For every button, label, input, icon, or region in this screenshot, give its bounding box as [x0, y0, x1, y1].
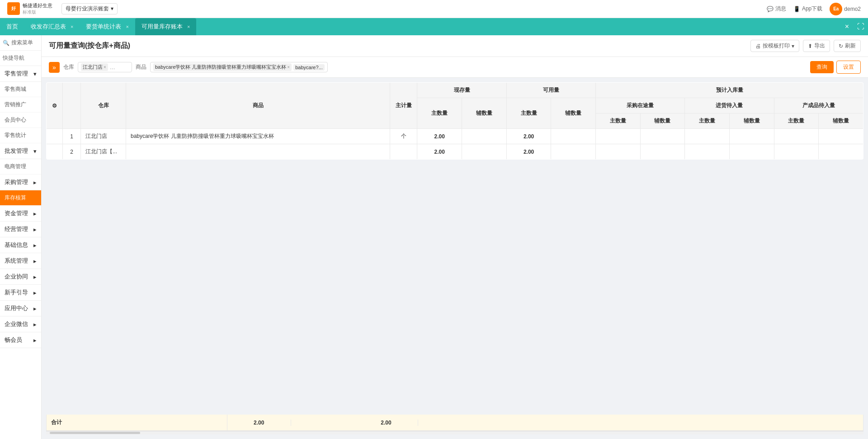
print-button[interactable]: 🖨 按模板打印 ▾: [750, 40, 799, 52]
cell-incoming-main: [685, 129, 730, 144]
download-action[interactable]: 📱 App下载: [793, 5, 822, 13]
top-bar: 好 畅捷通好生意 标准版 母婴行业演示账套 ▾ 💬 消息 📱 App下载 Ea …: [0, 0, 868, 18]
tab-stock-close[interactable]: ×: [187, 24, 190, 29]
sidebar-group-apps-header[interactable]: 应用中心 ▸: [0, 301, 41, 316]
th-available-group: 可用量: [506, 83, 595, 98]
product-filter-tags[interactable]: babycare学饮杯 儿童防摔防撞吸管杯重力球吸嘴杯宝宝水杯 × babyca…: [150, 62, 328, 72]
sidebar-group-guide-header[interactable]: 新手引导 ▸: [0, 285, 41, 301]
tab-receive-label: 收发存汇总表: [31, 23, 66, 31]
th-production-group: 产成品待入量: [774, 98, 863, 113]
sidebar-group-collab-header[interactable]: 企业协同 ▸: [0, 269, 41, 285]
cell-avail-aux: [551, 144, 596, 160]
refresh-icon: ↻: [839, 43, 843, 49]
refresh-button[interactable]: ↻ 刷新: [834, 40, 861, 52]
footer-stock-main: 2.00: [227, 420, 291, 426]
page-title: 可用量查询(按仓库+商品): [49, 41, 130, 51]
sidebar-group-member-header[interactable]: 畅会员 ▸: [0, 332, 41, 348]
cell-purchase-aux: [640, 129, 685, 144]
main-layout: 🔍 搜索菜单 快捷导航 零售管理 ▾ 零售商城 营销推广 会员中心 零售统计: [0, 35, 868, 439]
filter-expand-button[interactable]: »: [49, 62, 60, 73]
warehouse-filter-tags[interactable]: 江北门店 × …: [78, 62, 132, 72]
cell-incoming-aux: [729, 144, 774, 160]
sidebar-item-retail-stats[interactable]: 零售统计: [0, 128, 41, 143]
settings-button[interactable]: 设置: [836, 61, 861, 74]
filter-actions: 查询 设置: [810, 61, 861, 74]
cell-stock-main: 2.00: [417, 129, 462, 144]
cell-incoming-aux: [729, 129, 774, 144]
query-button[interactable]: 查询: [810, 61, 834, 73]
sidebar-group-wechat-header[interactable]: 企业微信 ▸: [0, 316, 41, 332]
th-stock-main: 主数量: [417, 98, 462, 129]
warehouse-tag-1: 江北门店 ×: [81, 63, 108, 71]
download-icon: 📱: [793, 6, 800, 12]
sidebar-item-mall[interactable]: 零售商城: [0, 82, 41, 97]
product-tag-1-remove[interactable]: ×: [287, 65, 290, 70]
cell-settings[interactable]: [47, 129, 63, 144]
table-row: 1 江北门店 babycare学饮杯 儿童防摔防撞吸管杯重力球吸嘴杯宝宝水杯 个…: [47, 129, 863, 144]
message-action[interactable]: 💬 消息: [767, 5, 786, 13]
sidebar-item-marketing[interactable]: 营销推广: [0, 97, 41, 113]
sidebar-group-wholesale-header[interactable]: 批发管理 ▾: [0, 143, 41, 159]
cell-settings[interactable]: [47, 144, 63, 160]
warehouse-tag-1-remove[interactable]: ×: [104, 65, 106, 70]
sidebar-group-purchase-header[interactable]: 采购管理 ▸: [0, 175, 41, 190]
print-label: 按模板打印: [763, 42, 790, 50]
sidebar-group-retail-header[interactable]: 零售管理 ▾: [0, 66, 41, 82]
cell-purchase-main: [596, 144, 641, 160]
th-settings[interactable]: ⚙: [47, 83, 63, 129]
nav-tabs: 首页 收发存汇总表 × 要货单统计表 × 可用量库存账本 × × ⛶: [0, 18, 868, 35]
th-production-aux: 辅数量: [819, 113, 863, 129]
product-tag-1-label: babycare学饮杯 儿童防摔防撞吸管杯重力球吸嘴杯宝宝水杯: [155, 64, 286, 71]
tab-order-close[interactable]: ×: [126, 24, 128, 29]
cell-stock-main: 2.00: [417, 144, 462, 160]
cell-production-main: [774, 144, 819, 160]
th-unit: 主计量: [390, 83, 417, 129]
sidebar-item-ecommerce[interactable]: 电商管理: [0, 159, 41, 175]
logo-icon: 好: [7, 2, 20, 15]
scrollbar-thumb[interactable]: [50, 432, 140, 434]
user-area[interactable]: Ea demo2: [830, 3, 861, 15]
th-no: [63, 83, 81, 129]
username-label: demo2: [844, 6, 861, 12]
industry-label: 母婴行业演示账套: [66, 5, 109, 13]
th-warehouse: 仓库: [81, 83, 126, 129]
export-button[interactable]: ⬆ 导出: [803, 40, 830, 52]
tab-order[interactable]: 要货单统计表 ×: [80, 18, 135, 35]
tab-stock[interactable]: 可用量库存账本 ×: [135, 18, 196, 35]
export-label: 导出: [814, 42, 825, 50]
warehouse-tag-1-label: 江北门店: [83, 64, 103, 71]
close-all-tabs[interactable]: ×: [840, 23, 854, 31]
sidebar-group-basic-header[interactable]: 基础信息 ▸: [0, 237, 41, 253]
th-incoming-group: 进货待入量: [685, 98, 774, 113]
avatar: Ea: [830, 3, 842, 15]
cell-incoming-main: [685, 144, 730, 160]
download-label: App下载: [802, 5, 822, 13]
th-incoming-aux: 辅数量: [729, 113, 774, 129]
tab-order-label: 要货单统计表: [86, 23, 121, 31]
sidebar-item-member[interactable]: 会员中心: [0, 113, 41, 128]
th-stock-aux: 辅数量: [462, 98, 507, 129]
sidebar-item-inventory[interactable]: 库存核算: [0, 190, 41, 206]
industry-selector[interactable]: 母婴行业演示账套 ▾: [61, 3, 118, 14]
expand-icon[interactable]: ⛶: [854, 23, 868, 31]
tab-home[interactable]: 首页: [0, 18, 24, 35]
cell-avail-aux: [551, 129, 596, 144]
sidebar-group-system-header[interactable]: 系统管理 ▸: [0, 253, 41, 269]
cell-unit: [390, 144, 417, 160]
message-icon: 💬: [767, 6, 774, 12]
tab-receive[interactable]: 收发存汇总表 ×: [24, 18, 80, 35]
cell-no: 2: [63, 144, 81, 160]
warehouse-more[interactable]: …: [110, 64, 115, 71]
cell-warehouse: 江北门店: [81, 129, 126, 144]
scrollbar-area: [46, 431, 863, 434]
filter-bar: » 仓库 江北门店 × … 商品 babycare学饮杯 儿童防摔防撞吸管杯重力…: [42, 57, 868, 78]
tab-receive-close[interactable]: ×: [71, 24, 73, 29]
chevron-down-icon: ▾: [111, 5, 113, 12]
tab-home-label: 首页: [6, 23, 18, 31]
cell-production-aux: [819, 129, 863, 144]
sidebar-search[interactable]: 🔍 搜索菜单: [0, 35, 41, 51]
sidebar-quick-nav[interactable]: 快捷导航: [0, 51, 41, 66]
sidebar-group-operation-header[interactable]: 经营管理 ▸: [0, 222, 41, 237]
sidebar: 🔍 搜索菜单 快捷导航 零售管理 ▾ 零售商城 营销推广 会员中心 零售统计: [0, 35, 42, 439]
sidebar-group-finance-header[interactable]: 资金管理 ▸: [0, 206, 41, 222]
